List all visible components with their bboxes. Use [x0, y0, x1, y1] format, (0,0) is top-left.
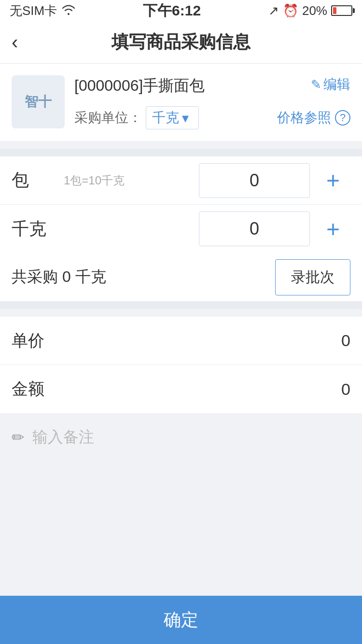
back-button[interactable]: ‹: [12, 31, 18, 53]
confirm-button-text: 确定: [164, 608, 198, 632]
status-left: 无SIM卡: [10, 2, 75, 19]
kg-label: 千克: [12, 217, 60, 241]
location-icon: ↗: [268, 3, 279, 18]
carrier-text: 无SIM卡: [10, 2, 57, 19]
kg-plus-button[interactable]: +: [316, 211, 350, 246]
summary-text: 共采购 0 千克: [12, 266, 106, 288]
help-icon: ?: [335, 110, 350, 126]
status-bar: 无SIM卡 下午6:12 ↗ ⏰ 20%: [0, 0, 362, 21]
unit-dropdown[interactable]: 千克 ▾: [146, 106, 199, 129]
unit-price-value: 0: [341, 331, 350, 350]
unit-label: 采购单位： 千克 ▾: [74, 106, 199, 129]
bag-label: 包: [12, 168, 60, 192]
edit-icon: ✎: [311, 77, 321, 92]
unit-price-row: 单价 0: [0, 317, 362, 365]
pencil-icon: ✏: [12, 428, 25, 447]
price-reference-button[interactable]: 价格参照 ?: [277, 109, 350, 127]
price-section: 单价 0 金额 0: [0, 317, 362, 413]
bag-plus-button[interactable]: +: [316, 163, 350, 198]
record-batch-button[interactable]: 录批次: [275, 259, 350, 295]
amount-label: 金额: [12, 378, 44, 400]
bag-quantity-input[interactable]: [199, 163, 310, 198]
page-header: ‹ 填写商品采购信息: [0, 21, 362, 64]
product-unit-row: 采购单位： 千克 ▾ 价格参照 ?: [74, 106, 350, 129]
product-name: [0000006]手撕面包: [74, 75, 205, 97]
kg-input-row: 千克 +: [0, 205, 362, 253]
alarm-icon: ⏰: [283, 3, 298, 18]
quantity-input-section: 包 1包=10千克 + 千克 +: [0, 156, 362, 253]
notes-section[interactable]: ✏ 输入备注: [0, 413, 362, 462]
product-logo: 智十: [25, 93, 52, 111]
page-title: 填写商品采购信息: [111, 30, 251, 54]
unit-price-label: 单价: [12, 330, 44, 352]
summary-row: 共采购 0 千克 录批次: [0, 253, 362, 301]
battery-icon: [331, 5, 352, 16]
bag-sub-label: 1包=10千克: [64, 173, 125, 188]
section-divider-2: [0, 301, 362, 309]
status-time: 下午6:12: [143, 1, 201, 21]
wifi-icon: [62, 3, 75, 18]
status-right: ↗ ⏰ 20%: [268, 3, 352, 18]
battery-text: 20%: [302, 3, 327, 18]
product-card: 智十 [0000006]手撕面包 ✎ 编辑 采购单位： 千克 ▾ 价格参照 ?: [0, 64, 362, 141]
edit-button[interactable]: ✎ 编辑: [311, 75, 350, 94]
amount-value: 0: [341, 380, 350, 399]
section-divider-1: [0, 149, 362, 156]
product-top-row: [0000006]手撕面包 ✎ 编辑: [74, 75, 350, 97]
product-info: [0000006]手撕面包 ✎ 编辑 采购单位： 千克 ▾ 价格参照 ?: [74, 75, 350, 129]
product-image: 智十: [12, 75, 65, 128]
bag-input-row: 包 1包=10千克 +: [0, 156, 362, 205]
amount-row: 金额 0: [0, 365, 362, 413]
footer[interactable]: 确定: [0, 596, 362, 644]
notes-placeholder: 输入备注: [32, 427, 94, 448]
kg-quantity-input[interactable]: [199, 211, 310, 246]
